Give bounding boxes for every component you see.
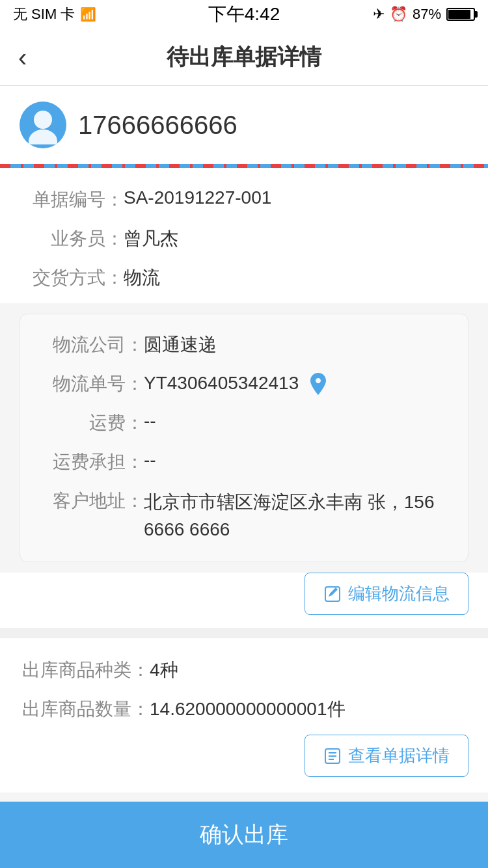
section-divider bbox=[0, 628, 488, 638]
address-label: 客户地址： bbox=[40, 489, 144, 513]
svg-point-0 bbox=[34, 111, 52, 129]
map-pin-icon[interactable] bbox=[306, 372, 330, 395]
document-number-label: 单据编号： bbox=[20, 187, 124, 212]
battery-percentage: 87% bbox=[413, 6, 441, 23]
salesman-row: 业务员： 曾凡杰 bbox=[20, 226, 468, 251]
page-title: 待出库单据详情 bbox=[167, 42, 321, 72]
tracking-number: YT4306405342413 bbox=[144, 373, 299, 394]
freight-bearer-row: 运费承担： -- bbox=[40, 450, 448, 474]
goods-types-row: 出库商品种类： 4种 bbox=[20, 658, 468, 683]
status-time: 下午4:42 bbox=[208, 2, 280, 27]
location-status-icon: ✈ bbox=[373, 6, 385, 23]
freight-bearer-label: 运费承担： bbox=[40, 450, 144, 474]
edit-btn-container: 编辑物流信息 bbox=[0, 573, 488, 628]
edit-icon bbox=[323, 585, 342, 603]
goods-section: 出库商品种类： 4种 出库商品数量： 14.620000000000001件 bbox=[0, 638, 488, 735]
goods-quantity-row: 出库商品数量： 14.620000000000001件 bbox=[20, 697, 468, 722]
customer-header: 17666666666 bbox=[0, 86, 488, 164]
confirm-btn-container[interactable]: 确认出库 bbox=[0, 802, 488, 868]
alarm-icon: ⏰ bbox=[390, 6, 407, 23]
carrier-text: 无 SIM 卡 bbox=[13, 5, 75, 24]
document-number-value: SA-20191227-001 bbox=[124, 187, 468, 208]
logistics-company-label: 物流公司： bbox=[40, 332, 144, 357]
tracking-value-container: YT4306405342413 bbox=[144, 372, 448, 395]
freight-bearer-value: -- bbox=[144, 450, 448, 470]
list-icon bbox=[323, 747, 342, 765]
address-value: 北京市市辖区海淀区永丰南 张，156 6666 6666 bbox=[144, 489, 448, 543]
edit-logistics-label: 编辑物流信息 bbox=[348, 582, 450, 605]
nav-bar: ‹ 待出库单据详情 bbox=[0, 29, 488, 86]
logistics-company-row: 物流公司： 圆通速递 bbox=[40, 332, 448, 357]
view-details-label: 查看单据详情 bbox=[348, 744, 450, 767]
document-number-row: 单据编号： SA-20191227-001 bbox=[20, 187, 468, 212]
avatar bbox=[20, 102, 66, 148]
view-details-container: 查看单据详情 bbox=[0, 735, 488, 793]
freight-value: -- bbox=[144, 411, 448, 431]
salesman-label: 业务员： bbox=[20, 226, 124, 251]
tracking-label: 物流单号： bbox=[40, 372, 144, 396]
goods-quantity-value: 14.620000000000001件 bbox=[150, 697, 468, 722]
freight-row: 运费： -- bbox=[40, 411, 448, 435]
view-details-button[interactable]: 查看单据详情 bbox=[305, 735, 468, 777]
address-row: 客户地址： 北京市市辖区海淀区永丰南 张，156 6666 6666 bbox=[40, 489, 448, 543]
document-info-section: 单据编号： SA-20191227-001 业务员： 曾凡杰 交货方式： 物流 bbox=[0, 168, 488, 303]
goods-types-value: 4种 bbox=[150, 658, 468, 683]
goods-types-label: 出库商品种类： bbox=[20, 658, 150, 683]
delivery-row: 交货方式： 物流 bbox=[20, 265, 468, 290]
freight-label: 运费： bbox=[40, 411, 144, 435]
logistics-company-value: 圆通速递 bbox=[144, 332, 448, 357]
goods-quantity-label: 出库商品数量： bbox=[20, 697, 150, 722]
back-button[interactable]: ‹ bbox=[18, 44, 27, 70]
confirm-btn-text: 确认出库 bbox=[200, 822, 288, 847]
svg-point-1 bbox=[29, 129, 57, 144]
delivery-value: 物流 bbox=[124, 265, 468, 290]
customer-phone: 17666666666 bbox=[78, 111, 237, 140]
status-bar: 无 SIM 卡 📶 下午4:42 ✈ ⏰ 87% bbox=[0, 0, 488, 29]
logistics-card: 物流公司： 圆通速递 物流单号： YT4306405342413 运费： -- … bbox=[20, 314, 468, 562]
status-right: ✈ ⏰ 87% bbox=[373, 6, 475, 23]
status-left: 无 SIM 卡 📶 bbox=[13, 5, 96, 24]
salesman-value: 曾凡杰 bbox=[124, 226, 468, 251]
edit-logistics-button[interactable]: 编辑物流信息 bbox=[305, 573, 468, 615]
battery-icon bbox=[446, 8, 475, 21]
wifi-icon: 📶 bbox=[80, 7, 96, 22]
delivery-label: 交货方式： bbox=[20, 265, 124, 290]
tracking-row: 物流单号： YT4306405342413 bbox=[40, 372, 448, 396]
